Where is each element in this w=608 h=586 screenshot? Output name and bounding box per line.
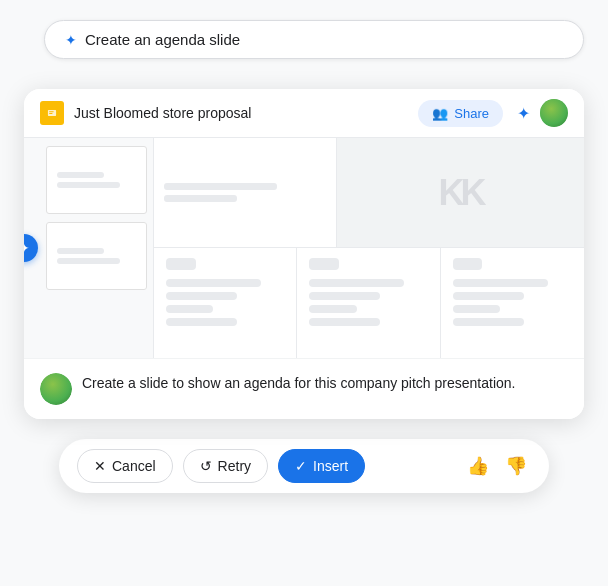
retry-icon: ↺ [200, 458, 212, 474]
cancel-icon: ✕ [94, 458, 106, 474]
brand-logo: KK [439, 172, 483, 214]
slide-content-3[interactable] [441, 248, 584, 358]
slide-preview-brand[interactable]: KK [337, 138, 584, 247]
user-avatar-chat [40, 373, 72, 405]
user-avatar-header [540, 99, 568, 127]
cancel-button[interactable]: ✕ Cancel [77, 449, 173, 483]
share-people-icon: 👥 [432, 106, 448, 121]
insert-button[interactable]: ✓ Insert [278, 449, 365, 483]
thumbs-down-button[interactable]: 👎 [501, 451, 531, 481]
prompt-text: Create an agenda slide [85, 31, 240, 48]
chat-message: Create a slide to show an agenda for thi… [82, 373, 515, 394]
slide-thumb-2[interactable] [46, 222, 147, 290]
header-sparkle-icon: ✦ [517, 104, 530, 123]
slides-card: Just Bloomed store proposal 👥 Share ✦ 1 [24, 89, 584, 419]
action-bar: ✕ Cancel ↺ Retry ✓ Insert 👍 👎 [59, 439, 549, 493]
slide-thumbnails-panel: 1 2 ✦ [24, 138, 154, 358]
svg-rect-2 [49, 111, 54, 112]
slides-header: Just Bloomed store proposal 👥 Share ✦ [24, 89, 584, 138]
retry-button[interactable]: ↺ Retry [183, 449, 268, 483]
slide-content-1[interactable] [154, 248, 297, 358]
slides-bottom-row [154, 248, 584, 358]
slides-app-icon [40, 101, 64, 125]
slide-thumb-1[interactable] [46, 146, 147, 214]
slides-main-area: KK [154, 138, 584, 358]
slide-preview-1[interactable] [154, 138, 337, 247]
slides-title: Just Bloomed store proposal [74, 105, 408, 121]
slides-top-row: KK [154, 138, 584, 248]
prompt-pill: ✦ Create an agenda slide [44, 20, 584, 59]
sparkle-icon: ✦ [65, 32, 77, 48]
insert-checkmark-icon: ✓ [295, 458, 307, 474]
feedback-buttons: 👍 👎 [463, 451, 531, 481]
svg-rect-3 [49, 113, 53, 114]
chat-area: Create a slide to show an agenda for thi… [24, 358, 584, 419]
thumbs-up-button[interactable]: 👍 [463, 451, 493, 481]
share-button[interactable]: 👥 Share [418, 100, 503, 127]
slide-content-2[interactable] [297, 248, 440, 358]
slides-content-area: 1 2 ✦ [24, 138, 584, 358]
